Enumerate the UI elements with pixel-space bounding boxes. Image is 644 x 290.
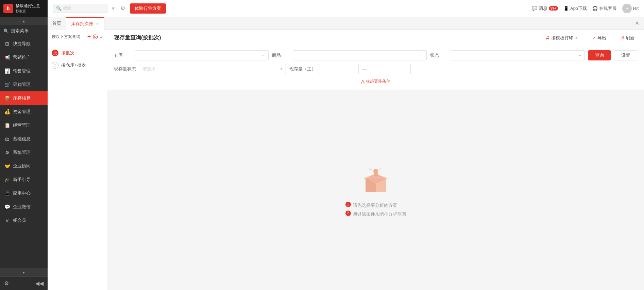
tip-text-1: 请先选择要分析的方案 bbox=[353, 201, 397, 210]
settings-icon[interactable]: ⚙ bbox=[4, 280, 9, 287]
user-item[interactable]: R Rit bbox=[622, 4, 639, 13]
warehouse-more-icon[interactable]: ··· bbox=[262, 53, 266, 58]
sidebar-nav: ⊞快捷导航📢营销推广📊销售管理🛒采购管理📦库存核算💰资金管理📋经营管理🗂基础信息… bbox=[0, 37, 48, 268]
topbar-dropdown-arrow[interactable]: ▼ bbox=[111, 6, 116, 11]
warehouse-label: 仓库 bbox=[114, 52, 133, 58]
sidebar-item-member[interactable]: V畅会员 bbox=[0, 214, 48, 227]
nav-label-basics: 基础信息 bbox=[13, 136, 31, 142]
collapse-sidebar-icon[interactable]: ◀◀ bbox=[35, 280, 44, 287]
stock-qty-from[interactable] bbox=[318, 64, 359, 74]
sidebar-item-apps[interactable]: 📱应用中心 bbox=[0, 186, 48, 200]
add-plan-btn[interactable]: + bbox=[87, 33, 91, 40]
search-icon: 🔍 bbox=[3, 29, 9, 34]
page-header: 现存量查询(按批次) 🖨 按模板打印 ▼ ↗ 导出 ↺ 刷 bbox=[107, 30, 644, 46]
sidebar-item-operations[interactable]: 📋经营管理 bbox=[0, 119, 48, 132]
plan-item-batch[interactable]: 批 按批次 bbox=[48, 47, 107, 59]
sidebar-item-enterprise[interactable]: 🤝企业协同 bbox=[0, 159, 48, 173]
export-icon: ↗ bbox=[592, 35, 596, 41]
sidebar-item-wechat[interactable]: 💬企业微信 bbox=[0, 200, 48, 214]
stock-status-arrow[interactable]: ▼ bbox=[279, 67, 283, 71]
topbar-search-box[interactable]: 🔍 搜索 bbox=[53, 4, 107, 13]
collapse-arrow-icon: ⋀ bbox=[361, 79, 365, 84]
collapse-label: 收起更多条件 bbox=[366, 78, 390, 84]
sidebar-item-finance[interactable]: 💰资金管理 bbox=[0, 105, 48, 119]
topbar-gear-icon[interactable]: ⚙ bbox=[119, 4, 126, 13]
stock-status-select[interactable]: 请选择 ▼ bbox=[140, 64, 286, 74]
tip-num-2: 2 bbox=[345, 211, 351, 216]
sidebar-search-label: 搜索菜单 bbox=[11, 28, 29, 34]
collapse-btn[interactable]: ⋀ 收起更多条件 bbox=[361, 78, 390, 84]
nav-label-enterprise: 企业协同 bbox=[13, 163, 31, 169]
messages-item[interactable]: 💬 消息 99+ bbox=[532, 5, 558, 12]
main-content: 1 请先选择要分析的方案 2 用过滤条件来缩小分析范围 bbox=[107, 90, 644, 290]
messages-badge: 99+ bbox=[549, 6, 558, 11]
nav-icon-finance: 💰 bbox=[4, 109, 10, 115]
filter-status: 状态 ▼ bbox=[430, 50, 585, 60]
nav-icon-marketing: 📢 bbox=[4, 54, 10, 60]
app-logo: b bbox=[3, 4, 13, 13]
tab-close-icon[interactable]: × bbox=[95, 21, 99, 26]
status-select[interactable]: ▼ bbox=[451, 50, 585, 60]
sidebar-item-inventory[interactable]: 📦库存核算 bbox=[0, 91, 48, 105]
sidebar-item-marketing[interactable]: 📢营销推广 bbox=[0, 51, 48, 64]
nav-icon-purchase: 🛒 bbox=[4, 81, 10, 88]
export-btn[interactable]: ↗ 导出 bbox=[589, 34, 609, 42]
nav-label-finance: 资金管理 bbox=[13, 109, 31, 115]
svg-point-0 bbox=[93, 35, 98, 39]
nav-icon-basics: 🗂 bbox=[4, 136, 10, 142]
app-edition: 标准版 bbox=[16, 9, 40, 14]
sidebar-item-guide[interactable]: 🎓新手引导 bbox=[0, 173, 48, 186]
topbar: 🔍 搜索 ▼ ⚙ 体验行业方案 💬 消息 99+ 📱 App下载 🎧 在线客服 bbox=[48, 0, 644, 17]
sidebar-item-system[interactable]: ⚙系统管理 bbox=[0, 146, 48, 159]
query-btn[interactable]: 查询 bbox=[588, 50, 611, 60]
settings-plan-btn[interactable] bbox=[93, 34, 98, 39]
filter-goods: 商品 ··· bbox=[272, 50, 427, 60]
sidebar-search[interactable]: 🔍 搜索菜单 bbox=[0, 25, 48, 37]
filter-stock-status: 现存量状态 请选择 ▼ bbox=[114, 64, 286, 74]
goods-input[interactable]: ··· bbox=[293, 50, 427, 60]
status-dropdown-arrow[interactable]: ▼ bbox=[578, 54, 582, 57]
refresh-btn[interactable]: ↺ 刷新 bbox=[617, 34, 637, 42]
goods-more-icon[interactable]: ··· bbox=[420, 53, 424, 58]
app-download-icon: 📱 bbox=[563, 6, 569, 11]
user-avatar: R bbox=[622, 4, 632, 13]
app-download-item[interactable]: 📱 App下载 bbox=[563, 5, 587, 12]
stock-qty-to[interactable] bbox=[370, 64, 411, 74]
warehouse-input[interactable]: ··· bbox=[135, 50, 269, 60]
sidebar-item-sales[interactable]: 📊销售管理 bbox=[0, 64, 48, 78]
tip-num-1: 1 bbox=[345, 202, 351, 207]
svg-line-7 bbox=[369, 168, 371, 170]
empty-illustration bbox=[359, 162, 393, 196]
topbar-search-placeholder: 搜索 bbox=[63, 5, 71, 11]
tab-bar-close-btn[interactable]: ✕ bbox=[630, 17, 644, 30]
nav-label-member: 畅会员 bbox=[13, 217, 26, 223]
sidebar-scroll-down[interactable]: ▼ bbox=[0, 268, 48, 276]
tab-home[interactable]: 首页 bbox=[48, 17, 66, 30]
nav-label-marketing: 营销推广 bbox=[13, 54, 31, 60]
sidebar-scroll-up[interactable]: ▲ bbox=[0, 17, 48, 25]
plan-label-warehouse-batch: 按仓库+批次 bbox=[61, 62, 86, 68]
customer-service-icon: 🎧 bbox=[592, 6, 598, 11]
user-name: Rit bbox=[633, 6, 639, 11]
tab-inventory-batch[interactable]: 库存批次账 × bbox=[66, 17, 104, 30]
collapse-panel-btn[interactable]: « bbox=[100, 34, 103, 40]
customer-service-item[interactable]: 🎧 在线客服 bbox=[592, 5, 617, 12]
left-panel-header: 按以下方案查询 + « bbox=[48, 30, 107, 44]
status-label: 状态 bbox=[430, 52, 449, 58]
filter-settings-btn[interactable]: 设置 bbox=[614, 50, 637, 60]
sidebar-item-quick-nav[interactable]: ⊞快捷导航 bbox=[0, 37, 48, 51]
print-dropdown-arrow[interactable]: ▼ bbox=[575, 36, 578, 40]
nav-label-inventory: 库存核算 bbox=[13, 95, 31, 101]
trial-btn[interactable]: 体验行业方案 bbox=[130, 3, 166, 14]
stock-status-label: 现存量状态 bbox=[114, 66, 138, 72]
plan-item-warehouse-batch[interactable]: ⏱ 按仓库+批次 bbox=[48, 59, 107, 71]
print-btn[interactable]: 🖨 按模板打印 ▼ bbox=[542, 34, 581, 42]
sidebar-header: b 畅康通好生意 标准版 bbox=[0, 0, 48, 17]
page-title: 现存量查询(按批次) bbox=[114, 34, 161, 41]
sidebar-item-basics[interactable]: 🗂基础信息 bbox=[0, 132, 48, 146]
stock-status-placeholder: 请选择 bbox=[143, 66, 155, 72]
nav-icon-quick-nav: ⊞ bbox=[4, 41, 10, 47]
sidebar-item-purchase[interactable]: 🛒采购管理 bbox=[0, 78, 48, 91]
tab-home-label: 首页 bbox=[52, 20, 61, 26]
left-panel: 按以下方案查询 + « 批 按批次 bbox=[48, 30, 107, 290]
